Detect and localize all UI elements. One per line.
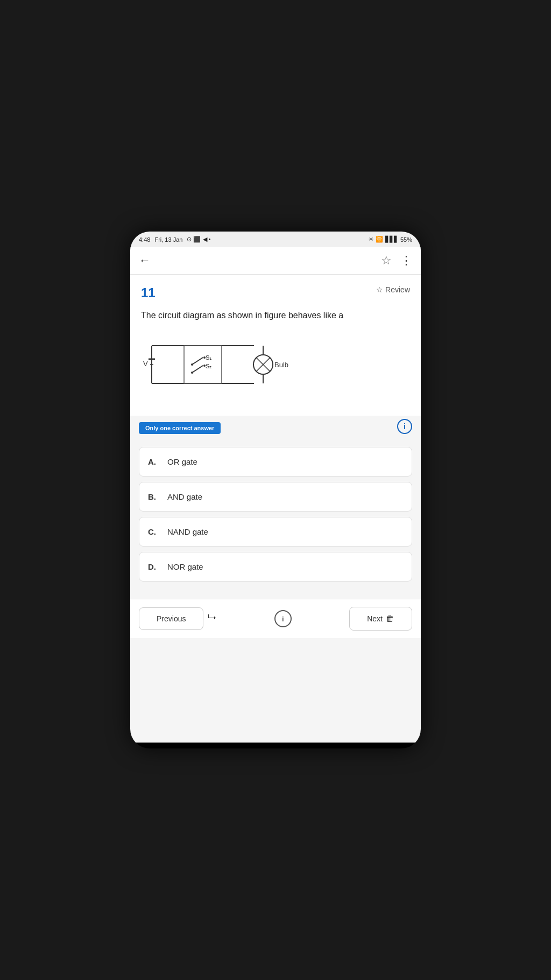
option-b-text: AND gate xyxy=(167,492,202,501)
status-bar: 4:48 Fri, 13 Jan ⊙ ⬛ ◀ • ✳ 🛜 ▋▋▋ 55% xyxy=(130,232,421,247)
nav-left: ← xyxy=(139,254,151,268)
review-button[interactable]: ☆ Review xyxy=(376,285,410,294)
svg-point-8 xyxy=(191,363,193,366)
status-left: 4:48 Fri, 13 Jan ⊙ ⬛ ◀ • xyxy=(139,236,210,243)
top-nav: ← ☆ ⋮ xyxy=(130,247,421,275)
svg-text:Bulb: Bulb xyxy=(274,361,288,369)
svg-text:V: V xyxy=(143,360,148,368)
bottom-left: Previous ⮡ xyxy=(139,607,216,630)
status-right: ✳ 🛜 ▋▋▋ 55% xyxy=(369,236,412,243)
review-star-icon: ☆ xyxy=(376,285,383,294)
trash-icon: 🗑 xyxy=(386,614,394,624)
bottom-nav: Previous ⮡ i Next 🗑 xyxy=(130,599,421,638)
signal-icon: ▋▋▋ xyxy=(385,236,398,243)
battery: 55% xyxy=(400,236,412,243)
nav-right: ☆ ⋮ xyxy=(381,254,412,268)
option-a-label: A. xyxy=(148,457,159,466)
question-text: The circuit diagram as shown in figure b… xyxy=(141,309,410,322)
answer-type-badge: Only one correct answer xyxy=(139,422,221,434)
question-header: 11 ☆ Review xyxy=(141,285,410,300)
question-container: 11 ☆ Review The circuit diagram as shown… xyxy=(130,275,421,416)
svg-text:S₁: S₁ xyxy=(206,354,211,361)
phone-frame: 4:48 Fri, 13 Jan ⊙ ⬛ ◀ • ✳ 🛜 ▋▋▋ 55% ← ☆… xyxy=(130,232,421,748)
circuit-diagram: V S₁ S₂ xyxy=(141,331,410,398)
next-label: Next xyxy=(367,614,383,623)
option-c-text: NAND gate xyxy=(167,527,208,536)
option-d-text: NOR gate xyxy=(167,562,203,571)
app-screen: ← ☆ ⋮ 11 ☆ Review The circuit diagram as… xyxy=(130,247,421,743)
date: Fri, 13 Jan xyxy=(154,236,182,243)
next-button[interactable]: Next 🗑 xyxy=(349,607,412,631)
share-icon[interactable]: ⮡ xyxy=(208,614,216,624)
wifi-icon: 🛜 xyxy=(376,236,383,243)
bluetooth-icon: ✳ xyxy=(369,236,373,243)
time: 4:48 xyxy=(139,236,150,243)
svg-line-11 xyxy=(192,366,203,373)
review-label: Review xyxy=(385,285,410,294)
option-a[interactable]: A. OR gate xyxy=(139,447,412,477)
svg-line-7 xyxy=(192,358,203,365)
badge-row: Only one correct answer i xyxy=(139,422,412,443)
bottom-right: Next 🗑 xyxy=(349,607,412,631)
info-bottom-button[interactable]: i xyxy=(274,610,292,627)
info-button[interactable]: i xyxy=(397,419,412,434)
options-list: A. OR gate B. AND gate C. NAND gate D. N… xyxy=(139,447,412,582)
star-button[interactable]: ☆ xyxy=(381,254,392,268)
option-d[interactable]: D. NOR gate xyxy=(139,552,412,582)
option-d-label: D. xyxy=(148,562,159,571)
question-number: 11 xyxy=(141,285,156,300)
option-a-text: OR gate xyxy=(167,457,197,466)
option-c[interactable]: C. NAND gate xyxy=(139,517,412,547)
option-b[interactable]: B. AND gate xyxy=(139,482,412,512)
svg-point-12 xyxy=(191,372,193,374)
back-button[interactable]: ← xyxy=(139,254,151,268)
option-c-label: C. xyxy=(148,527,159,536)
svg-rect-6 xyxy=(184,346,222,383)
previous-button[interactable]: Previous xyxy=(139,607,203,630)
status-icons: ⊙ ⬛ ◀ • xyxy=(187,236,210,243)
option-b-label: B. xyxy=(148,492,159,501)
circuit-svg: V S₁ S₂ xyxy=(141,335,292,394)
answer-section: Only one correct answer i A. OR gate B. … xyxy=(130,416,421,588)
more-button[interactable]: ⋮ xyxy=(400,254,412,268)
svg-text:S₂: S₂ xyxy=(206,363,211,369)
